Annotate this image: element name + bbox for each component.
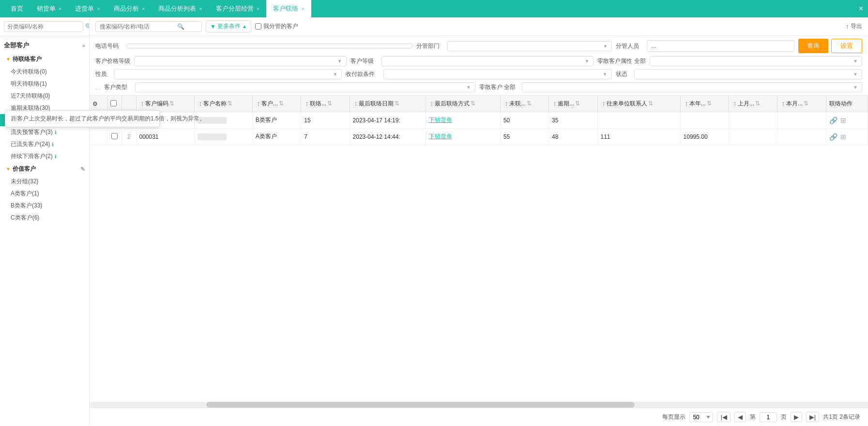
row1-last-method[interactable]: 下销货单 <box>426 112 500 129</box>
nav-customer-contact[interactable]: 客户联络 × <box>266 0 311 17</box>
gear-icon[interactable]: ⚙ <box>92 101 98 107</box>
nav-purchase[interactable]: 进货单 × <box>68 0 107 17</box>
sidebar-item-continuous-down[interactable]: 持续下滑客户(2) ℹ <box>0 150 89 162</box>
close-purchase-icon[interactable]: × <box>97 6 100 12</box>
customer-grade-select[interactable]: ▼ <box>381 56 594 66</box>
sidebar-group-waiting[interactable]: ▼ 待联络客户 <box>0 53 89 66</box>
close-product-list-icon[interactable]: × <box>199 6 202 12</box>
nature-select[interactable]: ▼ <box>114 69 342 79</box>
advanced-filter: 电话号码 分管部门 ▼ 分管人员 ... 查询 设置 <box>90 36 868 96</box>
row2-method-link[interactable]: 下销货单 <box>429 133 452 140</box>
close-product-analysis-icon[interactable]: × <box>142 6 145 12</box>
col-last-method[interactable]: ：最后联络方式⇅ <box>426 96 500 112</box>
close-sales-icon[interactable]: × <box>59 6 61 12</box>
payment-caret: ▼ <box>603 72 608 77</box>
phone-input-field[interactable] <box>126 44 412 48</box>
close-customer-contact-icon[interactable]: × <box>301 6 304 12</box>
col-contacts[interactable]: ：往来单位联系人⇅ <box>597 96 680 112</box>
row1-grid-icon[interactable]: ⊞ <box>840 117 846 124</box>
row2-last-method[interactable]: 下销货单 <box>426 129 500 145</box>
scatter-customer-select[interactable]: ▼ <box>522 82 862 92</box>
row1-link-icon[interactable]: 🔗 <box>829 117 838 124</box>
col-last-month[interactable]: ：上月...⇅ <box>729 96 777 112</box>
sidebar-item-class-c[interactable]: C类客户(6) <box>0 212 89 224</box>
dept-label: 分管部门 <box>416 42 443 50</box>
nav-product-analysis[interactable]: 商品分析 × <box>107 0 152 17</box>
row2-grid-icon[interactable]: ⊞ <box>840 133 846 141</box>
sort-icon-this-year: ⇅ <box>707 100 712 107</box>
nav-home[interactable]: 首页 <box>4 0 30 17</box>
sidebar-search-input[interactable] <box>4 21 83 32</box>
sidebar-item-class-a[interactable]: A类客户(1) <box>0 188 89 200</box>
export-button[interactable]: ↑ 导出 <box>846 22 862 30</box>
row2-checkbox[interactable] <box>111 133 118 139</box>
filter-search-box[interactable]: 🔍 <box>95 21 202 32</box>
col-contact[interactable]: ：联络...⇅ <box>301 96 350 112</box>
nav-product-list[interactable]: 商品分析列表 × <box>152 0 209 17</box>
col-this-year[interactable]: ：本年...⇅ <box>680 96 729 112</box>
row1-last-month <box>729 112 777 129</box>
row2-check[interactable] <box>107 129 122 145</box>
filter-more-button[interactable]: ▼ 更多条件 ▲ <box>206 20 251 32</box>
row1-actions: 🔗 ⊞ <box>826 112 868 129</box>
select-all-checkbox[interactable] <box>110 100 117 106</box>
sidebar-item-ungroup[interactable]: 未分组(32) <box>0 176 89 188</box>
sidebar-item-tomorrow[interactable]: 明天待联络(1) <box>0 78 89 90</box>
nav-sales[interactable]: 销货单 × <box>30 0 68 17</box>
col-last-date[interactable]: ：最后联络日期⇅ <box>350 96 426 112</box>
filter-search-icon[interactable]: 🔍 <box>177 23 184 30</box>
row2-link-icon[interactable]: 🔗 <box>829 133 838 141</box>
row1-unread: 50 <box>500 112 548 129</box>
sidebar-value-customers[interactable]: ▼ 价值客户 ✎ <box>0 162 89 176</box>
my-customers-checkbox[interactable] <box>255 23 261 29</box>
sort-this-month: ： <box>780 100 786 107</box>
sidebar-search-icon[interactable]: 🔍 <box>85 23 90 30</box>
chevron-up-icon: ▲ <box>242 24 247 29</box>
col-gear[interactable]: ⚙ <box>90 96 107 112</box>
customer-type-select[interactable]: ▼ <box>135 82 475 92</box>
nav-customer-segment[interactable]: 客户分层经营 × <box>209 0 266 17</box>
col-this-month[interactable]: ：本月...⇅ <box>777 96 826 112</box>
next-page-button[interactable]: ▶ <box>791 412 802 422</box>
first-page-button[interactable]: |◀ <box>717 412 730 422</box>
col-type[interactable]: ：客户...⇅ <box>252 96 301 112</box>
sidebar-all-customers[interactable]: 全部客户 « <box>0 38 89 53</box>
sort-last-month: ： <box>732 100 738 107</box>
horizontal-scrollbar[interactable] <box>90 402 868 408</box>
sort-last-date: ： <box>353 100 359 107</box>
row1-method-link[interactable]: 下销货单 <box>429 117 452 123</box>
filter-search-input[interactable] <box>100 23 177 30</box>
sort-icon-unread: ⇅ <box>527 100 532 107</box>
window-close-icon[interactable]: × <box>859 4 863 13</box>
status-select[interactable]: ▼ <box>634 69 862 79</box>
export-icon: ↑ <box>846 23 849 30</box>
col-unread[interactable]: ：未联...⇅ <box>500 96 548 112</box>
query-button[interactable]: 查询 <box>798 39 828 53</box>
prev-page-button[interactable]: ◀ <box>734 412 746 422</box>
last-page-button[interactable]: ▶| <box>806 412 819 422</box>
page-number-input[interactable] <box>760 412 777 422</box>
person-field[interactable]: ... <box>647 40 794 52</box>
dept-select[interactable]: ▼ <box>447 41 612 51</box>
col-name[interactable]: ：客户名称⇅ <box>194 96 252 112</box>
more-filters-dots[interactable]: ... <box>95 84 100 91</box>
col-action: 联络动作 <box>826 96 868 112</box>
sidebar-item-class-b[interactable]: B类客户(33) <box>0 200 89 212</box>
sidebar-item-today[interactable]: 今天待联络(0) <box>0 66 89 78</box>
price-grade-label: 客户价格等级 <box>95 57 130 65</box>
setting-button[interactable]: 设置 <box>831 39 862 53</box>
sidebar-item-lost-pre[interactable]: 流失预警客户(3) ℹ <box>0 126 89 138</box>
row2-gear <box>90 129 107 145</box>
sidebar-item-7days[interactable]: 近7天待联络(0) <box>0 90 89 102</box>
edit-icon[interactable]: ✎ <box>80 166 85 173</box>
price-grade-select[interactable]: ▼ <box>134 56 347 66</box>
payment-select[interactable]: ▼ <box>383 69 611 79</box>
per-page-select[interactable]: 50 20 100 <box>689 412 713 422</box>
sidebar-item-already-lost[interactable]: 已流失客户(24) ℹ <box>0 138 89 150</box>
col-check[interactable] <box>107 96 122 112</box>
scatter-attr-select[interactable]: ▼ <box>650 56 862 66</box>
col-code[interactable]: ：客户编码⇅ <box>136 96 194 112</box>
close-customer-segment-icon[interactable]: × <box>257 6 259 12</box>
scrollbar-thumb[interactable] <box>206 402 634 408</box>
col-overdue[interactable]: ：逾期...⇅ <box>549 96 597 112</box>
